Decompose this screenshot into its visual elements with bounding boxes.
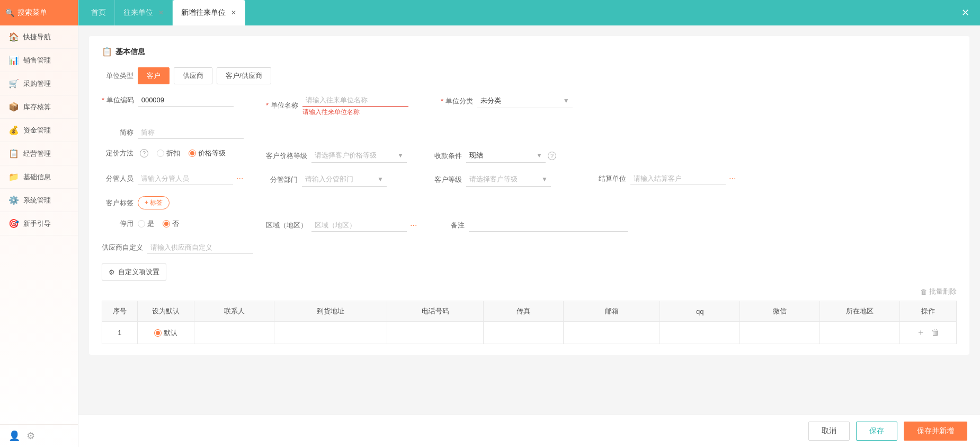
disable-yes-circle: [138, 220, 145, 227]
manager-dots-icon[interactable]: ···: [236, 174, 243, 183]
settings-icon[interactable]: ⚙: [26, 430, 35, 442]
sidebar-item-quick-nav[interactable]: 🏠 快捷导航: [0, 25, 78, 49]
category-value: 未分类: [480, 96, 501, 106]
tab-contacts[interactable]: 往来单位 ✕: [115, 0, 173, 25]
col-email: 邮箱: [564, 301, 660, 322]
main-content: 首页 往来单位 ✕ 新增往来单位 ✕ ✕ 📋 基本信息 单位类型 客: [78, 0, 980, 447]
delete-row-icon[interactable]: 🗑: [929, 328, 942, 337]
col-phone: 电话号码: [387, 301, 484, 322]
pricing-radio-level[interactable]: 价格等级: [189, 148, 226, 158]
disable-label: 停用: [102, 219, 133, 229]
gear-icon: ⚙️: [8, 195, 19, 205]
user-icon[interactable]: 👤: [8, 430, 20, 442]
sidebar-item-label: 资金管理: [23, 126, 51, 135]
settings-gear-icon: ⚙: [109, 268, 115, 276]
fax-input[interactable]: [502, 329, 545, 337]
type-btn-customer[interactable]: 客户: [138, 67, 170, 84]
category-select[interactable]: 未分类 ▼: [477, 94, 573, 108]
box-icon: 📦: [8, 102, 19, 112]
region-dots-icon[interactable]: ···: [410, 221, 417, 230]
supplier-custom-row: 供应商自定义: [102, 241, 957, 254]
col-seq: 序号: [102, 301, 138, 322]
pricing-level-label: 价格等级: [198, 148, 226, 158]
section-title: 📋 基本信息: [102, 47, 957, 57]
sidebar-item-basic-info[interactable]: 📁 基础信息: [0, 165, 78, 189]
type-btn-both[interactable]: 客户/供应商: [217, 67, 271, 84]
settlement-unit-input[interactable]: [630, 172, 726, 185]
pricing-help-icon[interactable]: ?: [140, 149, 148, 157]
col-region: 所在地区: [820, 301, 900, 322]
sidebar-item-system[interactable]: ⚙️ 系统管理: [0, 189, 78, 212]
row-region-input[interactable]: [839, 329, 881, 337]
customer-level-label: 客户等级: [430, 175, 462, 185]
email-input[interactable]: [585, 329, 638, 337]
tag-group: 客户标签 + 标签: [102, 196, 250, 209]
wechat-input[interactable]: [759, 329, 801, 337]
cell-fax: [484, 322, 564, 344]
window-close-icon[interactable]: ✕: [955, 7, 976, 19]
tab-new-contact[interactable]: 新增往来单位 ✕: [173, 0, 245, 25]
cell-seq: 1: [102, 322, 138, 344]
sidebar-item-purchase[interactable]: 🛒 采购管理: [0, 72, 78, 95]
remark-label: 备注: [433, 221, 465, 230]
tab-new-contact-close[interactable]: ✕: [231, 9, 236, 16]
guide-icon: 🎯: [8, 218, 19, 229]
sidebar-item-label: 库存核算: [23, 102, 51, 112]
add-tag-button[interactable]: + 标签: [138, 196, 170, 209]
disable-radio-no[interactable]: 否: [163, 219, 179, 229]
name-field-wrap: 请输入往来单位名称: [302, 94, 408, 117]
save-button[interactable]: 保存: [856, 422, 897, 441]
payment-terms-arrow-icon: ▼: [536, 152, 542, 159]
pricing-method-group: 定价方法 ? 折扣 价格等级: [102, 148, 250, 158]
region-input[interactable]: [311, 219, 407, 232]
price-level-arrow-icon: ▼: [397, 152, 404, 159]
qq-input[interactable]: [679, 329, 721, 337]
sidebar-item-guide[interactable]: 🎯 新手引导: [0, 212, 78, 235]
disable-radio-yes[interactable]: 是: [138, 219, 154, 229]
sidebar: 🔍 搜索菜单 🏠 快捷导航 📊 销售管理 🛒 采购管理 📦 库存核算 💰 资金管…: [0, 0, 78, 447]
chart-icon: 📊: [8, 55, 19, 65]
unit-type-group: 单位类型 客户 供应商 客户/供应商: [102, 67, 271, 84]
sidebar-item-operations[interactable]: 📋 经营管理: [0, 142, 78, 165]
payment-terms-help-icon[interactable]: ?: [548, 152, 556, 160]
sidebar-item-label: 经营管理: [23, 149, 51, 159]
cancel-button[interactable]: 取消: [808, 422, 850, 441]
customer-level-select[interactable]: 请选择客户等级 ▼: [466, 172, 551, 187]
batch-delete-button[interactable]: 🗑 批量删除: [920, 287, 957, 296]
custom-settings-button[interactable]: ⚙ 自定义项设置: [102, 264, 166, 281]
sidebar-item-inventory[interactable]: 📦 库存核算: [0, 95, 78, 119]
batch-delete-area: 🗑 批量删除: [102, 287, 957, 296]
cell-address: [274, 322, 387, 344]
remark-input[interactable]: [469, 219, 628, 232]
department-select[interactable]: 请输入分管部门 ▼: [302, 172, 387, 187]
supplier-custom-input[interactable]: [147, 241, 253, 254]
name-label: 单位名称: [266, 101, 298, 110]
settlement-unit-label: 结算单位: [594, 174, 626, 183]
col-contact: 联系人: [194, 301, 274, 322]
manager-input[interactable]: [138, 172, 233, 185]
type-btn-supplier[interactable]: 供应商: [174, 67, 212, 84]
save-new-button[interactable]: 保存并新增: [904, 422, 967, 441]
category-label: 单位分类: [441, 97, 473, 106]
pricing-radio-discount[interactable]: 折扣: [157, 148, 180, 158]
sidebar-item-sales[interactable]: 📊 销售管理: [0, 49, 78, 72]
search-menu[interactable]: 🔍 搜索菜单: [0, 0, 78, 25]
default-radio[interactable]: 默认: [154, 328, 177, 338]
basic-info-section: 📋 基本信息 单位类型 客户 供应商 客户/供应商 单位编码: [89, 36, 969, 355]
sidebar-item-finance[interactable]: 💰 资金管理: [0, 119, 78, 142]
batch-delete-icon: 🗑: [920, 288, 927, 296]
code-input[interactable]: [138, 94, 234, 107]
tab-home[interactable]: 首页: [83, 0, 115, 25]
payment-terms-select[interactable]: 现结 ▼: [466, 148, 546, 163]
search-menu-label: 搜索菜单: [17, 8, 47, 17]
customer-price-level-select[interactable]: 请选择客户价格等级 ▼: [311, 148, 407, 163]
contact-input[interactable]: [213, 329, 255, 337]
short-name-input[interactable]: [138, 126, 244, 139]
unit-type-label: 单位类型: [102, 71, 133, 81]
add-row-icon[interactable]: ＋: [914, 328, 927, 337]
address-input[interactable]: [299, 329, 362, 337]
phone-input[interactable]: [409, 329, 462, 337]
tab-contacts-close[interactable]: ✕: [158, 9, 164, 16]
name-input[interactable]: [302, 94, 408, 107]
settlement-unit-dots-icon[interactable]: ···: [729, 174, 736, 183]
